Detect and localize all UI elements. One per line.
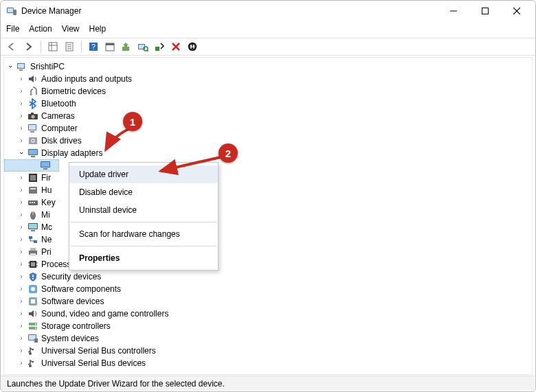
tree-node[interactable]: ›Biometric devices (4, 85, 532, 97)
disable-device-button[interactable] (185, 39, 200, 54)
expander-icon[interactable]: › (16, 272, 26, 281)
tree-node[interactable]: ›Disk drives (4, 135, 532, 147)
tree-node-label: Mc (41, 222, 52, 232)
expander-icon[interactable]: › (16, 309, 26, 319)
context-menu: Update driverDisable deviceUninstall dev… (69, 162, 219, 270)
printer-icon (27, 246, 38, 257)
tree-node[interactable]: ›Audio inputs and outputs (4, 73, 532, 85)
expander-icon[interactable]: › (16, 136, 26, 146)
tree-node-selected[interactable] (4, 159, 59, 172)
scan-hardware-button[interactable] (135, 39, 150, 54)
context-menu-item[interactable]: Disable device (69, 183, 218, 201)
tree-node[interactable]: ›Computer (4, 122, 532, 135)
tree-node[interactable]: ›Software components (4, 283, 532, 295)
softdev-icon (27, 296, 38, 307)
tree-node-label: Universal Serial Bus controllers (41, 346, 156, 356)
tree-node[interactable]: ›Software devices (4, 295, 532, 308)
context-menu-item[interactable]: Update driver (69, 165, 218, 183)
expander-icon[interactable]: › (16, 111, 26, 121)
help-button[interactable]: ? (86, 39, 101, 54)
back-button[interactable] (5, 39, 20, 54)
minimize-button[interactable] (438, 1, 469, 21)
expander-icon[interactable]: › (16, 198, 26, 207)
svg-rect-49 (29, 187, 37, 194)
tree-node-label: Audio inputs and outputs (41, 74, 132, 84)
menu-view[interactable]: View (62, 24, 80, 34)
cpu-icon (27, 259, 38, 270)
svg-rect-17 (106, 43, 114, 45)
network-icon (27, 234, 38, 245)
tree-node-label: Computer (41, 124, 78, 133)
expander-icon[interactable]: › (16, 173, 26, 183)
update-driver-button[interactable] (119, 39, 134, 54)
expander-icon[interactable]: › (16, 358, 26, 368)
expander-icon[interactable]: › (16, 321, 26, 331)
menubar: File Action View Help (1, 21, 535, 38)
svg-rect-66 (31, 262, 35, 266)
expander-icon[interactable]: › (16, 124, 26, 133)
forward-button[interactable] (21, 39, 36, 54)
svg-rect-50 (30, 188, 36, 189)
svg-rect-42 (29, 150, 37, 154)
expander-icon[interactable]: › (16, 260, 26, 269)
menu-help[interactable]: Help (89, 24, 107, 34)
expander-icon[interactable]: › (16, 87, 26, 96)
date-button[interactable] (102, 39, 118, 54)
context-menu-item[interactable]: Scan for hardware changes (69, 225, 218, 243)
tree-node-label: Sound, video and game controllers (41, 309, 168, 319)
tree-node[interactable]: ›System devices (4, 332, 532, 345)
system-icon (27, 333, 38, 344)
tree-node[interactable]: ›Sound, video and game controllers (4, 308, 532, 320)
tree-node[interactable]: ›Bluetooth (4, 97, 532, 110)
svg-point-73 (31, 287, 35, 291)
context-menu-item[interactable]: Uninstall device (69, 201, 218, 219)
tree-node-label: Key (41, 198, 56, 207)
context-menu-item[interactable]: Properties (69, 249, 218, 267)
svg-rect-2 (13, 10, 16, 15)
svg-rect-48 (30, 175, 36, 181)
mouse-icon (27, 209, 38, 220)
menu-file[interactable]: File (6, 24, 19, 34)
svg-rect-60 (29, 236, 32, 239)
display-icon (27, 148, 38, 159)
svg-line-22 (147, 50, 148, 51)
expander-icon[interactable]: › (16, 284, 26, 294)
tree-node[interactable]: ›Storage controllers (4, 320, 532, 332)
uninstall-device-button[interactable] (168, 39, 183, 54)
expander-icon[interactable]: › (16, 235, 26, 244)
softcomp-icon (27, 284, 38, 295)
expander-icon[interactable]: › (16, 222, 26, 232)
display-adapter-icon (40, 160, 51, 171)
expander-icon[interactable]: › (16, 334, 26, 343)
svg-rect-7 (49, 43, 57, 51)
expander-icon[interactable]: › (16, 74, 26, 84)
storage-icon (27, 321, 38, 332)
annotation-badge-1: 1 (123, 112, 142, 131)
tree-node[interactable]: ›Security devices (4, 270, 532, 283)
statusbar-text: Launches the Update Driver Wizard for th… (7, 379, 225, 389)
close-button[interactable] (501, 1, 533, 21)
expander-icon[interactable]: › (16, 210, 26, 220)
expander-icon[interactable]: › (16, 346, 26, 356)
maximize-button[interactable] (469, 1, 501, 21)
expander-icon[interactable]: › (16, 99, 26, 108)
expander-icon[interactable]: › (16, 185, 26, 195)
tree-node-label: Universal Serial Bus devices (41, 358, 146, 368)
expander-icon[interactable]: › (5, 62, 15, 71)
keyboard-icon (27, 197, 38, 208)
tree-node[interactable]: ›Universal Serial Bus controllers (4, 345, 532, 357)
svg-rect-52 (30, 202, 31, 203)
tree-node[interactable]: ›Universal Serial Bus devices (4, 357, 532, 369)
show-hidden-button[interactable] (45, 39, 60, 54)
expander-icon[interactable]: › (16, 148, 26, 158)
expander-icon[interactable]: › (16, 297, 26, 306)
tree-node[interactable]: ›Cameras (4, 110, 532, 122)
tree-node[interactable]: ›Display adapters (4, 147, 532, 159)
enable-device-button[interactable] (152, 39, 167, 54)
svg-rect-46 (43, 168, 47, 170)
expander-icon[interactable]: › (16, 247, 26, 257)
properties-button[interactable] (62, 39, 77, 54)
tree-root[interactable]: › SrishtiPC (4, 60, 532, 73)
menu-action[interactable]: Action (29, 24, 52, 34)
firmware-icon (27, 172, 38, 183)
